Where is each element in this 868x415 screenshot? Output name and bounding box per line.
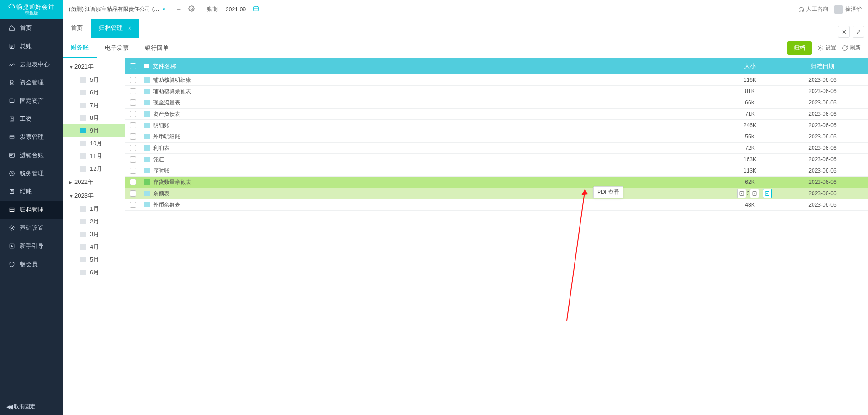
window-fullscreen-button[interactable]: ⤢: [853, 26, 864, 38]
archive-button[interactable]: 归档: [787, 41, 812, 55]
subtab-row: 财务账 电子发票 银行回单 归档 设置 刷新: [63, 38, 868, 58]
row-checkbox[interactable]: [130, 202, 136, 208]
sidebar-item-4[interactable]: 固定资产: [0, 92, 63, 110]
table-row[interactable]: 外币明细账55K2023-06-06: [125, 131, 868, 143]
table-row[interactable]: 序时账113K2023-06-06: [125, 165, 868, 177]
nav-icon: [8, 261, 15, 268]
window-close-button[interactable]: ✕: [838, 26, 850, 38]
calendar-icon[interactable]: [253, 5, 259, 13]
tree-month[interactable]: 12月: [63, 163, 125, 175]
tree-year[interactable]: ▼ 2021年: [63, 60, 125, 74]
tree-month-label: 1月: [90, 205, 99, 213]
subtab-bank[interactable]: 银行回单: [137, 38, 177, 58]
tree-month[interactable]: 6月: [63, 86, 125, 99]
page-tab-strip: 首页 归档管理 × ✕ ⤢: [63, 19, 868, 38]
tree-month[interactable]: 7月: [63, 99, 125, 112]
subtab-finance[interactable]: 财务账: [63, 38, 97, 58]
row-checkbox[interactable]: [130, 190, 136, 197]
table-row[interactable]: 明细账246K2023-06-06: [125, 120, 868, 131]
sidebar-item-2[interactable]: 云报表中心: [0, 55, 63, 74]
table-row[interactable]: 资产负债表71K2023-06-06: [125, 109, 868, 120]
file-name: 凭证: [153, 156, 164, 163]
file-size: 113K: [723, 168, 777, 174]
tree-month[interactable]: 1月: [63, 203, 125, 215]
tree-month-label: 5月: [90, 256, 99, 264]
row-checkbox[interactable]: [130, 179, 136, 185]
table-row[interactable]: 利润表72K2023-06-06: [125, 143, 868, 154]
download-excel-icon[interactable]: [737, 189, 746, 198]
sidebar-item-11[interactable]: 基础设置: [0, 219, 63, 237]
row-checkbox[interactable]: [130, 133, 136, 140]
sidebar-item-7[interactable]: 进销台账: [0, 146, 63, 164]
sidebar-item-3[interactable]: 资金管理: [0, 74, 63, 92]
table-row[interactable]: 辅助核算明细账116K2023-06-06: [125, 74, 868, 86]
table-row[interactable]: 外币余额表48K2023-06-06: [125, 199, 868, 211]
table-row[interactable]: 凭证163K2023-06-06: [125, 154, 868, 165]
sidebar-item-8[interactable]: 税务管理: [0, 164, 63, 183]
nav-icon: [8, 133, 15, 141]
user-menu[interactable]: 徐泽华: [834, 5, 862, 14]
tree-month[interactable]: 4月: [63, 241, 125, 253]
row-checkbox[interactable]: [130, 99, 136, 106]
table-row[interactable]: 存货数量余额表62K2023-06-06: [125, 177, 868, 188]
content-body: ▼ 2021年5月6月7月8月9月10月11月12月▶ 2022年▼ 2023年…: [63, 58, 868, 415]
tree-month[interactable]: 11月: [63, 150, 125, 163]
table-row[interactable]: 现金流量表66K2023-06-06: [125, 97, 868, 109]
tree-month[interactable]: 3月: [63, 228, 125, 241]
sidebar-item-1[interactable]: 总账: [0, 37, 63, 55]
sidebar-item-0[interactable]: 首页: [0, 19, 63, 37]
period-value[interactable]: 2021-09: [226, 6, 246, 13]
settings-link[interactable]: 设置: [817, 44, 836, 52]
row-checkbox[interactable]: [130, 88, 136, 94]
close-icon[interactable]: ×: [128, 25, 131, 31]
sidebar-unpin[interactable]: ◀◀ 取消固定: [0, 398, 63, 415]
file-name: 现金流量表: [153, 99, 180, 107]
file-date: 2023-06-06: [777, 168, 868, 174]
page-tab-archive[interactable]: 归档管理 ×: [91, 19, 139, 38]
page-tab-home[interactable]: 首页: [63, 19, 91, 38]
tree-month-label: 5月: [90, 76, 99, 84]
sidebar-item-5[interactable]: 工资: [0, 110, 63, 128]
tree-month[interactable]: 5月: [63, 74, 125, 86]
row-checkbox[interactable]: [130, 111, 136, 117]
support-link[interactable]: 人工咨询: [798, 5, 828, 13]
tree-month[interactable]: 5月: [63, 253, 125, 266]
refresh-link[interactable]: 刷新: [842, 44, 861, 52]
sidebar-item-6[interactable]: 发票管理: [0, 128, 63, 146]
row-checkbox[interactable]: [130, 168, 136, 174]
folder-icon: [80, 77, 86, 83]
company-selector[interactable]: (勿删) 江西服宝精品有限责任公司 (… ▾: [69, 5, 165, 13]
add-icon[interactable]: ＋: [175, 5, 182, 14]
row-checkbox[interactable]: [130, 122, 136, 128]
tree-month[interactable]: 2月: [63, 215, 125, 228]
nav-icon: [8, 115, 15, 123]
file-size: 55K: [723, 133, 777, 140]
view-pdf-icon[interactable]: [763, 189, 772, 198]
tree-year[interactable]: ▼ 2023年: [63, 189, 125, 203]
file-date: 2023-06-06: [777, 133, 868, 140]
sidebar-item-13[interactable]: 畅会员: [0, 255, 63, 273]
table-row[interactable]: 辅助核算余额表81K2023-06-06: [125, 86, 868, 97]
nav-label: 发票管理: [20, 133, 44, 141]
select-all-checkbox[interactable]: [130, 63, 136, 69]
gear-icon[interactable]: [188, 5, 195, 13]
tree-month[interactable]: 6月: [63, 266, 125, 279]
tree-month[interactable]: 9月: [63, 124, 125, 137]
tree-month[interactable]: 10月: [63, 137, 125, 150]
sidebar-item-10[interactable]: 归档管理: [0, 201, 63, 219]
row-checkbox[interactable]: [130, 145, 136, 151]
download-pdf-icon[interactable]: [750, 189, 759, 198]
folder-icon: [144, 202, 150, 208]
row-checkbox[interactable]: [130, 156, 136, 163]
row-checkbox[interactable]: [130, 77, 136, 83]
sidebar-item-12[interactable]: 新手引导: [0, 237, 63, 255]
tree-year[interactable]: ▶ 2022年: [63, 175, 125, 189]
file-name: 利润表: [153, 144, 169, 152]
cloud-icon: [8, 3, 15, 11]
file-size: 81K: [723, 88, 777, 94]
tree-month[interactable]: 8月: [63, 112, 125, 124]
sidebar: 畅捷通好会计 旗舰版 首页总账云报表中心资金管理固定资产工资发票管理进销台账税务…: [0, 0, 63, 415]
table-row[interactable]: 余额表3K2023-06-06: [125, 188, 868, 199]
sidebar-item-9[interactable]: 结账: [0, 183, 63, 201]
subtab-einvoice[interactable]: 电子发票: [97, 38, 137, 58]
